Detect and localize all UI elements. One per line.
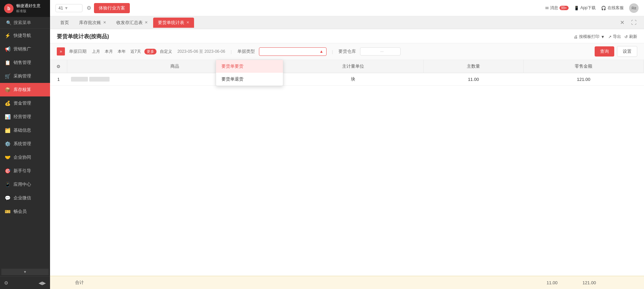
sidebar-item-system[interactable]: ⚙️ 系统管理 xyxy=(0,137,50,151)
search-btn[interactable]: 查询 xyxy=(595,46,614,57)
user-avatar[interactable]: Rit xyxy=(629,3,639,13)
topbar-gear-icon[interactable]: ⚙ xyxy=(87,5,91,11)
date-more-badge[interactable]: 更多 xyxy=(144,49,157,54)
selector-arrow-icon: ▼ xyxy=(64,6,68,10)
footer-total-quantity: 11.00 xyxy=(532,280,572,285)
export-icon: ↗ xyxy=(608,35,612,39)
marketing-icon: 📢 xyxy=(4,46,11,52)
finance-icon: 💰 xyxy=(4,100,11,107)
date-btn-last-month[interactable]: 上月 xyxy=(91,48,101,55)
dropdown-item-return[interactable]: 要货单退货 xyxy=(216,73,283,86)
purchase-icon: 🛒 xyxy=(4,73,11,80)
tab-inventory-batch[interactable]: 库存批次账 ✕ xyxy=(74,18,111,28)
tab-home[interactable]: 首页 xyxy=(55,18,74,28)
tab-close-order-summary[interactable]: ✕ xyxy=(186,20,189,25)
refresh-action[interactable]: ↺ 刷新 xyxy=(624,34,637,40)
sidebar-item-marketing[interactable]: 📢 营销推广 xyxy=(0,42,50,56)
sidebar-nav: ⚡ 快捷导航 📢 营销推广 📋 销售管理 🛒 采购管理 📦 库存核算 💰 资金管… xyxy=(0,29,50,267)
sidebar-item-operations[interactable]: 📊 经营管理 xyxy=(0,110,50,124)
table-header: ⚙ 商品 主计量单位 主数量 零售金额 xyxy=(50,60,644,73)
order-type-dropdown: 要货单要货 要货单退货 xyxy=(216,60,283,86)
row-amount: 121.00 xyxy=(523,73,644,86)
enterprise-label: 企业协同 xyxy=(14,154,31,160)
quick-nav-icon: ⚡ xyxy=(4,32,11,39)
settings-icon[interactable]: ⚙ xyxy=(4,280,8,286)
topbar-right: ✉ 消息 99+ 📱 App下载 🎧 在线客服 Rit xyxy=(545,3,639,13)
order-type-select[interactable]: ▲ xyxy=(259,47,327,56)
tab-close-inventory-batch[interactable]: ✕ xyxy=(103,20,106,25)
sidebar: b 畅捷通好生意 标准版 🔍 搜索菜单 ⚡ 快捷导航 📢 营销推广 📋 销售管理… xyxy=(0,0,50,289)
search-menu[interactable]: 🔍 搜索菜单 xyxy=(0,17,50,29)
sidebar-item-finance[interactable]: 💰 资金管理 xyxy=(0,96,50,110)
sidebar-item-enterprise[interactable]: 🤝 企业协同 xyxy=(0,151,50,164)
search-label: 搜索菜单 xyxy=(14,20,31,26)
operations-label: 经营管理 xyxy=(14,114,31,120)
col-settings[interactable]: ⚙ xyxy=(50,60,67,73)
sidebar-item-member[interactable]: 🎫 畅会员 xyxy=(0,205,50,218)
date-btn-this-month[interactable]: 本月 xyxy=(103,48,114,55)
col-amount: 零售金额 xyxy=(523,60,644,73)
warehouse-select[interactable]: ··· xyxy=(360,47,401,55)
row-unit: 块 xyxy=(283,73,423,86)
sidebar-item-wechat[interactable]: 💬 企业微信 xyxy=(0,191,50,205)
sidebar-item-sales[interactable]: 📋 销售管理 xyxy=(0,56,50,69)
order-type-chevron-icon[interactable]: ▲ xyxy=(319,49,324,54)
tab-close-receive-summary[interactable]: ✕ xyxy=(145,20,148,25)
page-title: 要货单统计表(按商品) xyxy=(57,33,109,40)
guide-label: 新手引导 xyxy=(14,168,31,174)
sidebar-item-quick-nav[interactable]: ⚡ 快捷导航 xyxy=(0,29,50,42)
app-name: 畅捷通好生意 xyxy=(16,3,41,9)
warehouse-more-icon[interactable]: ··· xyxy=(380,49,398,54)
page-header-actions: 🖨 按模板打印 ▼ ↗ 导出 ↺ 刷新 xyxy=(574,34,637,40)
app-logo: b 畅捷通好生意 标准版 xyxy=(0,0,50,17)
member-icon: 🎫 xyxy=(4,208,11,215)
messages-badge: 99+ xyxy=(559,6,569,10)
date-shortcuts: 上月 本月 本年 近7天 更多 自定义 xyxy=(91,48,173,55)
export-label: 导出 xyxy=(613,34,621,40)
refresh-icon: ↺ xyxy=(624,35,628,39)
app-download-item[interactable]: 📱 App下载 xyxy=(574,5,596,11)
date-btn-this-year[interactable]: 本年 xyxy=(116,48,127,55)
filter-separator2: | xyxy=(332,49,333,54)
dropdown-item-incoming[interactable]: 要货单要货 xyxy=(216,60,283,73)
app-edition: 标准版 xyxy=(16,9,41,14)
tab-receive-summary[interactable]: 收发存汇总表 ✕ xyxy=(112,18,152,28)
table-footer: 合计 11.00 121.00 xyxy=(50,276,644,289)
collapse-icon[interactable]: ◀▶ xyxy=(39,280,46,286)
messages-item[interactable]: ✉ 消息 99+ xyxy=(545,5,569,11)
inventory-icon: 📦 xyxy=(4,86,11,93)
sidebar-item-purchase[interactable]: 🛒 采购管理 xyxy=(0,69,50,83)
data-table: ⚙ 商品 主计量单位 主数量 零售金额 1 xyxy=(50,60,644,86)
enterprise-icon: 🤝 xyxy=(4,154,11,161)
marketing-label: 营销推广 xyxy=(14,46,31,52)
company-selector[interactable]: 41 ▼ xyxy=(55,4,82,12)
date-btn-custom[interactable]: 自定义 xyxy=(159,48,173,55)
close-all-btn[interactable]: ✕ xyxy=(618,19,626,26)
order-type-input[interactable] xyxy=(262,49,319,54)
system-label: 系统管理 xyxy=(14,141,31,147)
filter-toggle-btn[interactable]: » xyxy=(57,47,65,55)
tab-order-summary[interactable]: 要货单统计表 ✕ xyxy=(153,18,194,28)
sidebar-scroll-down[interactable]: ▼ xyxy=(1,269,49,275)
sidebar-item-apps[interactable]: 📱 应用中心 xyxy=(0,178,50,191)
online-service-label: 在线客服 xyxy=(607,5,624,11)
print-label: 按模板打印 xyxy=(579,34,599,40)
date-btn-7days[interactable]: 近7天 xyxy=(129,48,142,55)
filter-actions: 查询 设置 xyxy=(595,46,637,57)
sidebar-footer: ⚙ ◀▶ xyxy=(0,276,50,289)
settings-btn[interactable]: 设置 xyxy=(617,46,637,57)
maximize-btn[interactable]: ⛶ xyxy=(629,19,639,26)
sidebar-item-inventory[interactable]: 📦 库存核算 xyxy=(0,83,50,96)
sidebar-item-basic[interactable]: 🗂️ 基础信息 xyxy=(0,124,50,137)
footer-cells: 合计 11.00 121.00 xyxy=(54,280,640,286)
app-download-label: App下载 xyxy=(580,5,596,11)
print-template-action[interactable]: 🖨 按模板打印 ▼ xyxy=(574,34,605,40)
row-no: 1 xyxy=(50,73,67,86)
sidebar-item-guide[interactable]: 🎯 新手引导 xyxy=(0,164,50,178)
online-service-item[interactable]: 🎧 在线客服 xyxy=(601,5,624,11)
logo-icon: b xyxy=(4,4,14,13)
quick-nav-label: 快捷导航 xyxy=(14,32,31,39)
export-action[interactable]: ↗ 导出 xyxy=(608,34,621,40)
industry-btn[interactable]: 体验行业方案 xyxy=(94,3,130,13)
sales-label: 销售管理 xyxy=(14,60,31,66)
